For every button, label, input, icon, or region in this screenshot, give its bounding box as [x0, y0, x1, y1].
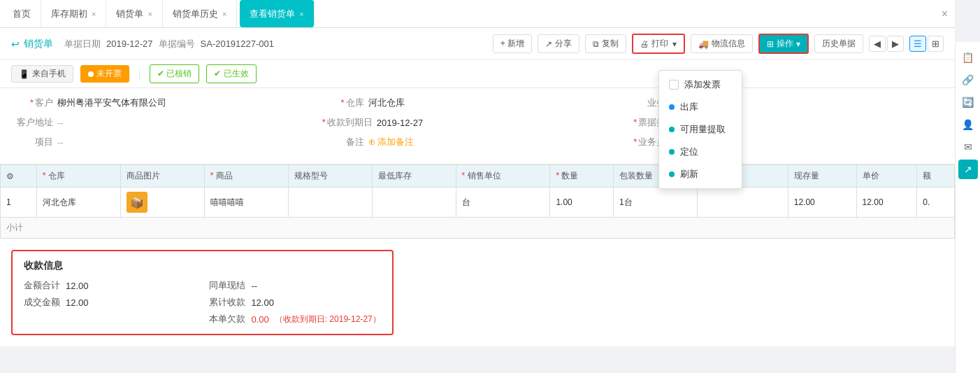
close-tab-view-sales[interactable]: × [299, 10, 303, 18]
col-spec: 规格型号 [288, 165, 372, 188]
customer-value: 柳州粤港平安气体有限公司 [57, 97, 166, 109]
col-settings[interactable]: ⚙ [1, 165, 37, 188]
total-label: 金额合计 [24, 279, 60, 292]
total-value: 12.00 [66, 281, 89, 291]
check-icon: ✔ [157, 69, 164, 78]
col-unit-price: 单价 [856, 165, 917, 188]
col-product-img: 商品图片 [120, 165, 204, 188]
effective-check-icon: ✔ [214, 69, 221, 78]
col-product: * 商品 [204, 165, 288, 188]
customer-addr-field: 客户地址 -- [11, 116, 322, 129]
view-icons: ☰ ⊞ [909, 36, 944, 52]
deal-amount-label: 成交金额 [24, 296, 60, 309]
share-button[interactable]: ↗ 分享 [538, 34, 579, 53]
doc-title: ↩ 销货单 [11, 38, 53, 50]
tab-inventory-init[interactable]: 库存期初 × [41, 0, 106, 27]
close-tab-inventory[interactable]: × [92, 10, 96, 18]
add-remark-icon: ⊕ [368, 136, 375, 147]
col-amount: 额 [917, 165, 955, 188]
subtotal-label: 小计 [1, 218, 955, 239]
next-doc-button[interactable]: ▶ [887, 36, 904, 52]
from-mobile-button[interactable]: 📱 来自手机 [11, 65, 73, 83]
table-wrap: ⚙ * 仓库 商品图片 * 商品 规格型号 最低库存 * 销售单位 * 数量 包… [0, 164, 955, 239]
same-order-value: -- [251, 281, 257, 291]
row-spec [288, 188, 372, 218]
row-unit: 台 [456, 188, 550, 218]
tab-sales-history[interactable]: 销货单历史 × [163, 0, 237, 27]
product-table: ⚙ * 仓库 商品图片 * 商品 规格型号 最低库存 * 销售单位 * 数量 包… [0, 164, 955, 239]
copy-button[interactable]: ⧉ 复制 [585, 34, 626, 53]
window-close-button[interactable]: × [942, 8, 948, 20]
subtotal-row: 小计 [1, 218, 955, 239]
row-warehouse: 河北仓库 [36, 188, 120, 218]
doc-nav: ◀ ▶ [869, 36, 904, 52]
close-tab-history[interactable]: × [222, 10, 226, 18]
warehouse-label: 仓库 [322, 97, 364, 109]
payment-date-field: 收款到期日 2019-12-27 [322, 116, 633, 129]
row-product-img: 📦 [120, 188, 204, 218]
logistics-button[interactable]: 🚚 物流信息 [691, 34, 753, 53]
row-amount: 0. [917, 188, 955, 218]
grid-view-button[interactable]: ⊞ [928, 36, 944, 52]
print-icon: 🖨 [640, 39, 649, 49]
locate-item[interactable]: 定位 [659, 141, 742, 163]
history-button[interactable]: 历史单据 [814, 34, 863, 53]
warehouse-value: 河北仓库 [368, 97, 405, 109]
not-opened-button[interactable]: 未开票 [80, 65, 129, 83]
doc-type-icon: ↩ [11, 38, 20, 50]
doc-header: ↩ 销货单 单据日期 2019-12-27 单据编号 SA-20191227-0… [0, 28, 955, 60]
row-pack-qty: 1台 [613, 188, 697, 218]
settings-gear-icon[interactable]: ⚙ [6, 171, 14, 181]
row-unit-price: 12.00 [856, 188, 917, 218]
operate-dropdown-arrow: ▾ [796, 39, 800, 49]
project-value: -- [57, 137, 64, 148]
copy-icon: ⧉ [593, 39, 599, 49]
sidebar-link-icon[interactable]: 🔗 [958, 70, 978, 90]
available-extract-dot [669, 127, 675, 132]
row-qty: 1.00 [550, 188, 613, 218]
status-row: 📱 来自手机 未开票 ✔ 已核销 ✔ 已生效 [0, 60, 955, 88]
available-extract-item[interactable]: 可用量提取 [659, 118, 742, 141]
close-tab-sales[interactable]: × [147, 10, 152, 18]
tab-sales-order[interactable]: 销货单 × [106, 0, 162, 27]
sidebar-doc-icon[interactable]: 📋 [958, 48, 978, 67]
doc-actions: + 新增 ↗ 分享 ⧉ 复制 🖨 打印 ▾ 🚚 物流信息 ⊞ 操作 ▾ [493, 34, 944, 54]
print-button[interactable]: 🖨 打印 ▾ [632, 34, 685, 54]
sidebar-user-icon[interactable]: 👤 [958, 115, 978, 134]
warehouse-out-dot [669, 104, 675, 110]
col-qty: * 数量 [550, 165, 613, 188]
project-label: 项目 [11, 136, 53, 148]
due-row: 本单欠款 0.00 （收款到期日: 2019-12-27） [209, 313, 380, 325]
sidebar-mail-icon[interactable]: ✉ [958, 137, 978, 157]
prev-doc-button[interactable]: ◀ [869, 36, 886, 52]
form-row-1: 客户 柳州粤港平安气体有限公司 仓库 河北仓库 业务员 演示账号 [11, 97, 944, 109]
list-view-button[interactable]: ☰ [909, 36, 926, 52]
new-button[interactable]: + 新增 [493, 34, 532, 53]
add-invoice-item[interactable]: 添加发票 [659, 73, 742, 96]
payment-date-value: 2019-12-27 [377, 118, 424, 128]
due-label: 本单欠款 [209, 313, 245, 325]
row-product: 嘻嘻嘻嘻 [204, 188, 288, 218]
effective-button[interactable]: ✔ 已生效 [206, 64, 256, 83]
row-min-stock [372, 188, 456, 218]
sidebar-expand-icon[interactable]: ↗ [958, 160, 978, 179]
add-remark-button[interactable]: ⊕ 添加备注 [368, 136, 415, 148]
tab-home[interactable]: 首页 [7, 0, 41, 27]
right-sidebar: 📋 🔗 🔄 👤 ✉ ↗ [955, 42, 980, 346]
cumulative-value: 12.00 [251, 297, 274, 308]
tab-view-sales[interactable]: 查看销货单 × [240, 0, 314, 27]
share-icon: ↗ [545, 39, 552, 49]
due-value: 0.00 [251, 314, 268, 325]
table-header-row: ⚙ * 仓库 商品图片 * 商品 规格型号 最低库存 * 销售单位 * 数量 包… [1, 165, 955, 188]
operate-dropdown-menu: 添加发票 出库 可用量提取 定位 刷新 [658, 70, 742, 189]
refresh-item[interactable]: 刷新 [659, 163, 742, 185]
warehouse-out-item[interactable]: 出库 [659, 96, 742, 118]
operate-button[interactable]: ⊞ 操作 ▾ [758, 34, 809, 54]
form-row-2: 客户地址 -- 收款到期日 2019-12-27 票据类型 不开票 [11, 116, 944, 129]
confirm-button[interactable]: ✔ 已核销 [150, 64, 199, 83]
row-available [697, 188, 788, 218]
sidebar-refresh-icon[interactable]: 🔄 [958, 92, 978, 112]
payment-section: 收款信息 金额合计 12.00 同单现结 -- 成交金额 12.00 累计收款 … [0, 239, 955, 346]
add-invoice-checkbox[interactable] [669, 80, 679, 90]
grid-icon: ⊞ [767, 39, 774, 49]
